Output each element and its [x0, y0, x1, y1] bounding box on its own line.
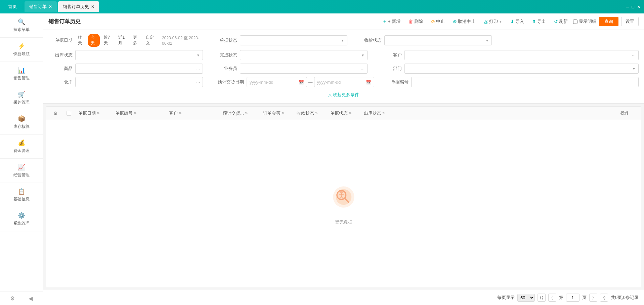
table-area: ⚙ 单据日期 ⇅ 单据编号 ⇅ 客户 ⇅ 预计交货...: [46, 106, 641, 287]
bill-status-control[interactable]: ▼: [240, 35, 347, 45]
setting-button[interactable]: 设置: [621, 17, 639, 26]
delete-button[interactable]: 🗑 删除: [406, 17, 426, 26]
payment-status-select[interactable]: ▼: [384, 35, 492, 45]
bill-no-control[interactable]: [411, 77, 639, 87]
query-button[interactable]: 查询: [599, 17, 618, 26]
customer-dots[interactable]: ···: [632, 53, 636, 58]
bill-status-select[interactable]: ▼: [240, 35, 347, 45]
th-delivery[interactable]: 预计交货... ⇅: [220, 110, 260, 116]
date-tag-more[interactable]: 更多: [130, 34, 142, 47]
date-control: 昨天 今天 近7天 近1月 更多 自定义 2023-06-02 至 2023-0…: [75, 34, 203, 47]
complete-status-control[interactable]: ▼: [240, 50, 368, 60]
salesman-dots[interactable]: ···: [361, 66, 364, 71]
total-text: 共0页,0条记录: [611, 295, 639, 301]
calendar-start-icon[interactable]: 📅: [299, 80, 304, 85]
sidebar-collapse-icon[interactable]: ◀: [29, 295, 33, 302]
sidebar-item-system[interactable]: ⚙️ 系统管理: [0, 207, 43, 231]
tab-sales-order-close[interactable]: ✕: [49, 4, 52, 9]
sidebar-item-purchase[interactable]: 🛒 采购管理: [0, 86, 43, 110]
expected-date-control[interactable]: yyyy-mm-dd 📅 — yyyy-mm-dd 📅: [247, 77, 374, 87]
th-no[interactable]: 单据编号 ⇅: [113, 110, 166, 116]
salesman-input[interactable]: ···: [240, 64, 368, 74]
page-prev-button[interactable]: ⟨: [548, 294, 556, 302]
th-payment[interactable]: 收款状态 ⇅: [294, 110, 328, 116]
cancel-stop-button[interactable]: ⊗ 取消中止: [450, 17, 478, 26]
sidebar-settings-icon[interactable]: ⚙: [10, 295, 15, 302]
tab-sales-order-history-label: 销售订单历史: [63, 4, 89, 10]
import-button[interactable]: ⬇ 导入: [508, 17, 527, 26]
warehouse-control[interactable]: ···: [75, 77, 203, 87]
import-label: 导入: [515, 18, 524, 25]
goods-dots[interactable]: ···: [196, 66, 200, 71]
delivery-status-select[interactable]: ▼: [75, 50, 203, 60]
date-tag-1month[interactable]: 近1月: [116, 34, 129, 47]
th-status[interactable]: 单据状态 ⇅: [328, 110, 361, 116]
expected-date-end[interactable]: yyyy-mm-dd 📅: [314, 77, 375, 87]
tab-sales-order-history-close[interactable]: ✕: [91, 4, 94, 9]
warehouse-dots[interactable]: ···: [196, 80, 200, 85]
collapse-button[interactable]: △ 收起更多条件: [48, 90, 639, 99]
stop-button[interactable]: ⊘ 中止: [428, 17, 447, 26]
header-checkbox[interactable]: [67, 111, 71, 116]
maximize-icon[interactable]: □: [632, 4, 634, 9]
tab-sales-order[interactable]: 销售订单 ✕: [25, 1, 57, 12]
display-toggle-label: 显示明细: [579, 18, 596, 25]
date-label: 单据日期: [48, 37, 75, 43]
finance-icon: 💰: [18, 139, 25, 147]
expected-date-start[interactable]: yyyy-mm-dd 📅: [247, 77, 307, 87]
sidebar-item-basic-info[interactable]: 📋 基础信息: [0, 183, 43, 207]
expected-date-input-control: yyyy-mm-dd 📅 — yyyy-mm-dd 📅: [247, 77, 374, 87]
date-filter-control: 昨天 今天 近7天 近1月 更多 自定义 2023-06-02 至 2023-0…: [75, 34, 203, 47]
page-number-input[interactable]: [566, 294, 579, 302]
sidebar-item-quick-nav[interactable]: ⚡ 快捷导航: [0, 38, 43, 62]
delivery-status-control[interactable]: ▼: [75, 50, 203, 60]
date-tag-7days[interactable]: 近7天: [101, 34, 115, 47]
display-toggle-checkbox[interactable]: [573, 20, 577, 24]
calendar-end-icon[interactable]: 📅: [366, 80, 371, 85]
export-button[interactable]: ⬆ 导出: [529, 17, 549, 26]
tab-sales-order-history[interactable]: 销售订单历史 ✕: [58, 1, 99, 12]
display-toggle[interactable]: 显示明细: [573, 18, 596, 25]
complete-status-select[interactable]: ▼: [240, 50, 368, 60]
delivery-status-arrow: ▼: [197, 53, 200, 57]
th-warehouse[interactable]: 出库状态 ⇅: [361, 110, 395, 116]
th-status-sort: ⇅: [349, 111, 351, 115]
th-date[interactable]: 单据日期 ⇅: [76, 110, 113, 116]
page-size-select[interactable]: 10 20 50 100: [517, 294, 535, 302]
sidebar-item-search[interactable]: 🔍 搜索菜单: [0, 13, 43, 38]
th-checkbox[interactable]: [62, 111, 76, 116]
sidebar-item-finance[interactable]: 💰 资金管理: [0, 135, 43, 159]
date-tag-yesterday[interactable]: 昨天: [75, 34, 87, 47]
page-next-button[interactable]: ⟩: [589, 294, 597, 302]
date-tag-custom[interactable]: 自定义: [143, 34, 158, 47]
dept-select[interactable]: ▼: [404, 64, 639, 74]
page-first-button[interactable]: ⟨⟨: [538, 294, 546, 302]
payment-status-control[interactable]: ▼: [384, 35, 492, 45]
salesman-control[interactable]: ···: [240, 64, 368, 74]
dept-control[interactable]: ▼: [404, 64, 639, 74]
goods-input[interactable]: ···: [75, 64, 203, 74]
refresh-button[interactable]: ↺ 刷新: [551, 17, 570, 26]
sidebar-item-sales[interactable]: 📊 销售管理: [0, 62, 43, 86]
th-amount-label: 订单金额: [263, 110, 281, 116]
tab-home[interactable]: 首页: [3, 1, 22, 12]
new-button[interactable]: ＋ + 新增: [380, 17, 403, 26]
th-amount[interactable]: 订单金额 ⇅: [260, 110, 294, 116]
print-button[interactable]: 🖨 打印 ▼: [481, 17, 505, 26]
customer-control[interactable]: ···: [404, 50, 639, 60]
customer-input[interactable]: ···: [404, 50, 639, 60]
table-settings-gear-icon[interactable]: ⚙: [53, 111, 58, 116]
page-last-button[interactable]: ⟩⟩: [600, 294, 608, 302]
close-icon[interactable]: ✕: [637, 4, 641, 9]
minimize-icon[interactable]: ─: [626, 4, 629, 9]
bill-no-input[interactable]: [411, 77, 639, 87]
delete-icon: 🗑: [409, 19, 413, 24]
page-title: 销售订单历史: [48, 18, 81, 25]
th-settings[interactable]: ⚙: [49, 111, 62, 116]
warehouse-input[interactable]: ···: [75, 77, 203, 87]
sidebar-item-operations[interactable]: 📈 经营管理: [0, 159, 43, 183]
goods-control[interactable]: ···: [75, 64, 203, 74]
th-customer[interactable]: 客户 ⇅: [166, 110, 220, 116]
sidebar-item-inventory[interactable]: 📦 库存核算: [0, 110, 43, 135]
date-tag-today[interactable]: 今天: [88, 34, 99, 47]
